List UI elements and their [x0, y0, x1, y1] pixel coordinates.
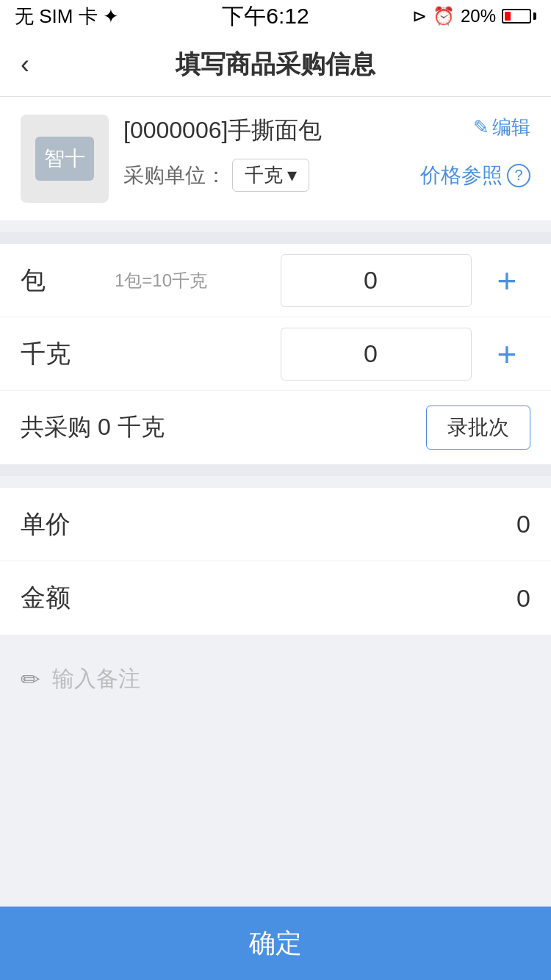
- kilogram-input[interactable]: [281, 328, 472, 381]
- pencil-icon: ✏: [21, 666, 40, 693]
- bao-input[interactable]: [281, 254, 472, 307]
- edit-icon: ✎: [473, 116, 489, 139]
- unit-value: 千克: [245, 162, 283, 188]
- battery-icon: [502, 9, 536, 24]
- total-label: 共采购 0 千克: [21, 411, 165, 444]
- bao-sublabel: 1包=10千克: [115, 269, 207, 292]
- product-card: 智十 [0000006]手撕面包 ✎ 编辑 采购单位： 千克 ▾ 价格参照 ?: [0, 97, 551, 220]
- confirm-button[interactable]: 确定: [0, 907, 551, 980]
- amount-row: 金额 0: [0, 561, 551, 635]
- unit-price-label: 单价: [21, 508, 71, 541]
- bao-input-row: 包 1包=10千克 +: [0, 244, 551, 317]
- nav-bar: ‹ 填写商品采购信息: [0, 32, 551, 97]
- status-time: 下午6:12: [222, 1, 309, 32]
- price-section: 单价 0 金额 0: [0, 488, 551, 635]
- unit-price-row: 单价 0: [0, 488, 551, 561]
- separator-1: [0, 232, 551, 244]
- unit-select[interactable]: 千克 ▾: [232, 159, 309, 192]
- product-info: [0000006]手撕面包 ✎ 编辑 采购单位： 千克 ▾ 价格参照 ?: [123, 115, 530, 192]
- kilogram-label: 千克: [21, 337, 109, 371]
- edit-label: 编辑: [492, 115, 530, 140]
- kilogram-field-wrap: +: [281, 328, 530, 381]
- edit-button[interactable]: ✎ 编辑: [473, 115, 530, 140]
- product-name: [0000006]手撕面包: [123, 115, 322, 147]
- location-icon: ⊳: [412, 6, 427, 26]
- note-input-row: ✏ 输入备注: [21, 664, 530, 694]
- status-signal: 无 SIM 卡 ✦: [15, 4, 119, 29]
- unit-label: 采购单位：: [123, 162, 226, 190]
- help-icon: ?: [507, 164, 530, 187]
- unit-selector-wrap: 采购单位： 千克 ▾: [123, 159, 309, 192]
- battery-percent: 20%: [461, 6, 496, 26]
- unit-price-value: 0: [516, 510, 530, 538]
- amount-label: 金额: [21, 581, 71, 615]
- bao-label: 包: [21, 264, 109, 298]
- batch-button[interactable]: 录批次: [426, 406, 530, 450]
- separator-2: [0, 464, 551, 476]
- page-title: 填写商品采购信息: [176, 48, 375, 82]
- note-section[interactable]: ✏ 输入备注: [0, 646, 551, 793]
- price-ref-label: 价格参照: [420, 162, 503, 190]
- input-section: 包 1包=10千克 + 千克 + 共采购 0 千克 录批次: [0, 244, 551, 464]
- product-header: [0000006]手撕面包 ✎ 编辑: [123, 115, 530, 147]
- kilogram-plus-button[interactable]: +: [483, 328, 530, 381]
- chevron-down-icon: ▾: [287, 164, 297, 187]
- note-placeholder: 输入备注: [52, 664, 140, 694]
- price-reference-button[interactable]: 价格参照 ?: [420, 162, 530, 190]
- product-image: 智十: [21, 115, 109, 203]
- product-unit-row: 采购单位： 千克 ▾ 价格参照 ?: [123, 159, 530, 192]
- kilogram-input-row: 千克 +: [0, 317, 551, 391]
- confirm-button-label: 确定: [249, 926, 302, 962]
- product-logo: 智十: [35, 137, 94, 181]
- bao-field-wrap: +: [281, 254, 530, 307]
- alarm-icon: ⏰: [433, 6, 455, 26]
- bao-plus-button[interactable]: +: [483, 254, 530, 307]
- back-button[interactable]: ‹: [21, 49, 29, 80]
- status-right: ⊳ ⏰ 20%: [412, 6, 536, 26]
- amount-value: 0: [516, 584, 530, 613]
- status-bar: 无 SIM 卡 ✦ 下午6:12 ⊳ ⏰ 20%: [0, 0, 551, 32]
- logo-text: 智十: [44, 145, 85, 173]
- total-row: 共采购 0 千克 录批次: [0, 391, 551, 464]
